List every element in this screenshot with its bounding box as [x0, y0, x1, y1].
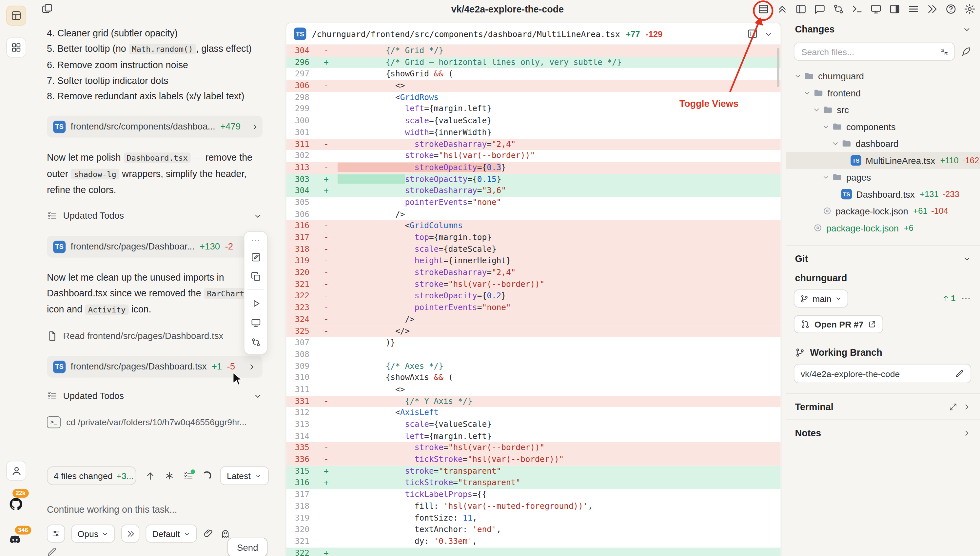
file-chip[interactable]: TSfrontend/src/pages/Dashboar...+130-2	[47, 236, 263, 258]
diff-line[interactable]: 318 fill: 'hsl(var(--muted-foreground))'…	[286, 501, 780, 512]
expand-icon[interactable]	[949, 402, 958, 411]
diff-line[interactable]: 313- strokeOpacity={0.3}	[286, 162, 780, 174]
fast-forward-button[interactable]	[122, 525, 140, 543]
account-button[interactable]	[6, 461, 26, 481]
working-branch-field[interactable]: vk/4e2a-explore-the-code	[794, 364, 972, 383]
diff-line[interactable]: 296+ {/* Grid — horizontal lines only, v…	[286, 57, 780, 68]
menu-icon[interactable]	[907, 3, 919, 15]
paperclip-icon[interactable]	[203, 528, 213, 538]
search-box[interactable]	[794, 43, 955, 61]
tree-folder-pages[interactable]: pages	[786, 169, 980, 186]
read-file-item[interactable]: Read frontend/src/pages/Dashboard.tsx	[47, 328, 263, 344]
send-button[interactable]: Send	[228, 538, 268, 556]
tree-file-package-lock.json[interactable]: package-lock.json+6	[786, 219, 980, 236]
panel-right-icon[interactable]	[889, 3, 901, 15]
tree-file-package-lock.json[interactable]: package-lock.json+61-104	[786, 203, 980, 219]
edit-icon[interactable]	[247, 249, 264, 265]
copy-icon[interactable]	[247, 268, 264, 284]
terminal-item[interactable]: >_cd /private/var/folders/10/h7w0q46556g…	[47, 414, 263, 430]
diff-line[interactable]: 335- stroke="hsl(var(--border))"	[286, 442, 780, 454]
chevron-down-icon[interactable]	[253, 391, 263, 401]
tree-file-Dashboard.tsx[interactable]: TSDashboard.tsx+131-233	[786, 186, 980, 202]
diff-line[interactable]: 308	[286, 349, 780, 360]
up-arrow-icon[interactable]	[145, 470, 156, 481]
files-changed-pill[interactable]: 4 files changed +3...	[47, 467, 136, 485]
more-icon[interactable]	[961, 293, 971, 304]
terminal-section-header[interactable]: Terminal	[786, 393, 980, 419]
todos-item[interactable]: Updated Todos	[47, 388, 263, 404]
diff-line[interactable]: 319 fontSize: 11,	[286, 512, 780, 524]
diff-line[interactable]: 318- scale={dateScale}	[286, 244, 780, 255]
monitor-icon[interactable]	[247, 314, 264, 331]
search-files-input[interactable]	[800, 46, 936, 57]
diff-line[interactable]: 323- pointerEvents="none"	[286, 302, 780, 314]
discord-icon[interactable]	[8, 533, 23, 548]
diff-line[interactable]: 306- <>	[286, 80, 780, 92]
diff-line[interactable]: 320 textAnchor: 'end',	[286, 524, 780, 536]
help-icon[interactable]	[945, 3, 957, 15]
diff-line[interactable]: 301 width={innerWidth}	[286, 127, 780, 139]
feather-icon[interactable]	[961, 46, 971, 57]
diff-line[interactable]: 309 {/* Axes */}	[286, 360, 780, 372]
diff-line[interactable]: 313 scale={valueScale}	[286, 419, 780, 431]
forward-icon[interactable]	[926, 3, 938, 15]
chevron-down-icon[interactable]	[962, 24, 972, 34]
diff-line[interactable]: 331- {/* Y Axis */}	[286, 395, 780, 407]
diff-line[interactable]: 304+ strokeDasharray="3,6"	[286, 185, 780, 197]
composer-settings-button[interactable]	[47, 525, 65, 543]
workspace-grid-button[interactable]	[6, 37, 26, 57]
settings-icon[interactable]	[964, 3, 975, 15]
asterisk-icon[interactable]	[165, 471, 175, 481]
diff-line[interactable]: 321- stroke="hsl(var(--border))"	[286, 279, 780, 291]
chevron-down-icon[interactable]	[764, 29, 773, 39]
diff-line[interactable]: 311 <>	[286, 384, 780, 396]
todo-status-icon[interactable]	[183, 470, 194, 481]
chevron-down-icon[interactable]	[253, 212, 263, 221]
diff-line[interactable]: 319- height={innerHeight}	[286, 255, 780, 267]
git-compare-icon[interactable]	[833, 3, 844, 15]
scrollbar[interactable]	[777, 48, 780, 87]
diff-line[interactable]: 306 />	[286, 208, 780, 220]
diff-line[interactable]: 320- strokeDasharray="2,4"	[286, 267, 780, 279]
diff-line[interactable]: 322- strokeOpacity={0.2}	[286, 291, 780, 302]
diff-line[interactable]: 305 pointerEvents="none"	[286, 197, 780, 209]
diff-line[interactable]: 304- {/* Grid */}	[286, 45, 780, 57]
diff-line[interactable]: 310 {showAxis && (	[286, 372, 780, 384]
branch-selector[interactable]: main	[794, 289, 849, 307]
diff-line[interactable]: 322+	[286, 548, 780, 556]
diff-line[interactable]: 324- />	[286, 314, 780, 325]
tree-folder-churnguard[interactable]: churnguard	[786, 68, 980, 84]
diff-line[interactable]: 315+ stroke="transparent"	[286, 465, 780, 477]
pencil-icon[interactable]	[955, 369, 965, 378]
diff-line[interactable]: 303+ strokeOpacity={0.15}	[286, 173, 780, 185]
file-chip[interactable]: TSfrontend/src/components/dashboa...+479	[47, 116, 263, 138]
diff-line[interactable]: 300 scale={valueScale}	[286, 115, 780, 127]
diff-line[interactable]: 321 dy: '0.33em',	[286, 536, 780, 548]
collapse-icon[interactable]	[940, 47, 949, 56]
model-dropdown[interactable]: Opus	[71, 525, 115, 543]
diff-line[interactable]: 314 left={margin.left}	[286, 430, 780, 442]
todos-item[interactable]: Updated Todos	[47, 208, 263, 224]
diff-line[interactable]: 336- tickStroke="hsl(var(--border))"	[286, 454, 780, 466]
diff-line[interactable]: 317 tickLabelProps={{	[286, 489, 780, 501]
tree-file-MultiLineArea.tsx[interactable]: TSMultiLineArea.tsx+110-162	[786, 152, 980, 168]
tree-folder-dashboard[interactable]: dashboard	[786, 135, 980, 152]
diff-line[interactable]: 317- top={margin.top}	[286, 232, 780, 244]
file-chip[interactable]: TSfrontend/src/pages/Dashboard.tsx+1-5	[47, 356, 263, 378]
git-compare-icon[interactable]	[247, 334, 264, 350]
tree-folder-components[interactable]: components	[786, 118, 980, 135]
chevron-right-icon[interactable]	[962, 402, 972, 411]
latest-dropdown[interactable]: Latest	[220, 467, 269, 485]
panel-left-icon[interactable]	[795, 3, 807, 15]
tree-folder-frontend[interactable]: frontend	[786, 84, 980, 101]
ghost-icon[interactable]	[220, 528, 231, 538]
diff-line[interactable]: 312 <AxisLeft	[286, 407, 780, 419]
diff-line[interactable]: 311- strokeDasharray="2,4"	[286, 138, 780, 150]
chevron-right-icon[interactable]	[962, 428, 972, 437]
open-pr-button[interactable]: Open PR #7	[794, 315, 883, 333]
view-toggle-icon[interactable]	[747, 28, 758, 39]
diff-line[interactable]: 316+ tickStroke="transparent"	[286, 477, 780, 489]
diff-line[interactable]: 316- <GridColumns	[286, 220, 780, 232]
chevrons-up-icon[interactable]	[776, 3, 788, 15]
workspace-active-button[interactable]	[6, 6, 26, 26]
